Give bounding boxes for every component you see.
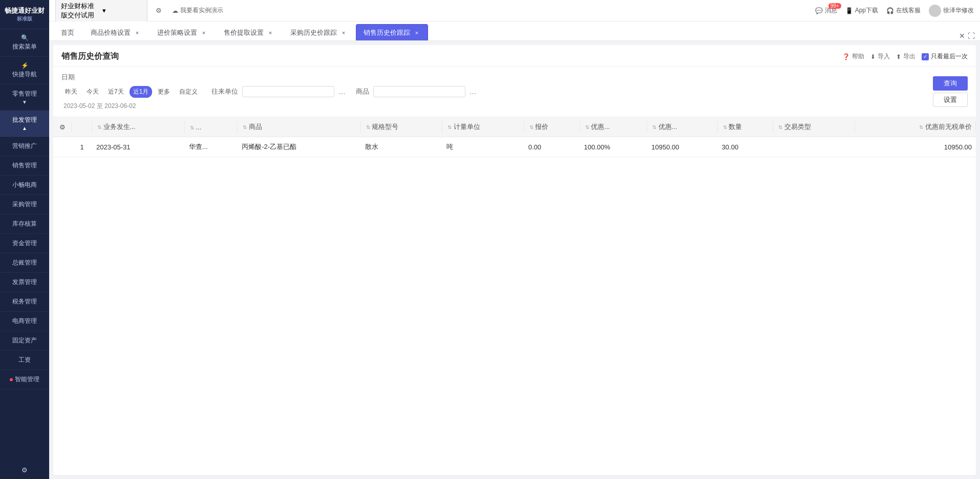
query-btn[interactable]: 查询 <box>933 76 968 91</box>
cell-num: 1 <box>72 137 92 157</box>
sidebar-item-sales[interactable]: 销售管理 <box>0 156 49 176</box>
sidebar-item-ledger[interactable]: 总账管理 <box>0 253 49 273</box>
main-content: 好业财标准版交付试用 ▾ ⚙ ☁ 我要看实例演示 💬 消息 99+ 📱 App下… <box>49 0 980 479</box>
sidebar-item-tax[interactable]: 税务管理 <box>0 292 49 312</box>
sidebar-item-inventory[interactable]: 库存核算 <box>0 214 49 234</box>
tab-home[interactable]: 首页 <box>53 24 82 40</box>
close-window-btn[interactable]: ✕ <box>957 31 967 40</box>
date-btn-more[interactable]: 更多 <box>154 86 174 98</box>
view-only-check[interactable]: ✓ 只看最后一次 <box>922 52 968 61</box>
from-unit-filter: 往来单位 ... <box>211 86 345 97</box>
gear-col-icon: ⚙ <box>59 123 66 131</box>
col-gear[interactable]: ⚙ <box>53 117 72 137</box>
chevron-right-icon: ▼ <box>22 99 27 105</box>
date-btn-yesterday[interactable]: 昨天 <box>61 86 81 98</box>
maximize-window-btn[interactable]: ⛶ <box>967 31 976 40</box>
table-header-row: ⚙ ⇅ 业务发生... ⇅ ... ⇅ 商品 <box>53 117 976 137</box>
date-range-display: 2023-05-02 至 2023-06-02 <box>61 102 136 111</box>
sort-discount1-icon: ⇅ <box>585 124 589 130</box>
app-logo: 畅捷通好业财 标准版 <box>0 0 49 29</box>
col-price[interactable]: ⇅ 报价 <box>524 117 580 137</box>
sidebar-item-purchase[interactable]: 采购管理 <box>0 195 49 214</box>
cell-txtype <box>773 137 855 157</box>
tab-close-purchase-strategy[interactable]: × <box>200 29 207 36</box>
message-btn[interactable]: 💬 消息 99+ <box>815 6 837 15</box>
sidebar-item-wholesale[interactable]: 批发管理 ▲ <box>0 111 49 137</box>
filter-actions: 查询 设置 <box>933 76 968 107</box>
avatar <box>929 5 941 17</box>
date-btn-1month[interactable]: 近1月 <box>130 86 153 98</box>
product-input[interactable] <box>373 86 465 97</box>
module-selector[interactable]: 好业财标准版交付试用 ▾ <box>55 0 147 23</box>
search-icon: 🔍 <box>21 34 29 41</box>
cell-date: 2023-05-31 <box>92 137 185 157</box>
date-filter-group: 日期 昨天 今天 近7天 近1月 更多 自定义 2023-05-02 至 202… <box>61 73 201 111</box>
col-unit[interactable]: ⇅ 计量单位 <box>442 117 524 137</box>
demo-btn[interactable]: ☁ 我要看实例演示 <box>172 6 223 15</box>
col-discount2[interactable]: ⇅ 优惠... <box>647 117 717 137</box>
tab-close-purchase-history[interactable]: × <box>340 29 347 36</box>
sidebar-item-ecommerce[interactable]: 电商管理 <box>0 312 49 331</box>
topbar-gear-btn[interactable]: ⚙ <box>152 4 166 18</box>
tab-close-product-price[interactable]: × <box>134 29 141 36</box>
tab-product-price[interactable]: 商品价格设置 × <box>83 24 148 40</box>
settings-btn[interactable]: 设置 <box>933 93 968 107</box>
sidebar-settings-btn[interactable]: ⚙ <box>0 461 49 479</box>
import-icon: ⬇ <box>870 53 876 60</box>
tab-purchase-history[interactable]: 采购历史价跟踪 × <box>283 24 355 40</box>
sidebar-item-quicknav[interactable]: ⚡ 快捷导航 <box>0 57 49 84</box>
chevron-up-icon: ▲ <box>22 125 27 131</box>
col-extra[interactable]: ⇅ ... <box>185 117 238 137</box>
date-shortcuts: 昨天 今天 近7天 近1月 更多 自定义 <box>61 86 201 98</box>
col-qty[interactable]: ⇅ 数量 <box>718 117 774 137</box>
export-btn[interactable]: ⬆ 导出 <box>896 52 915 61</box>
online-service-btn[interactable]: 🎧 在线客服 <box>886 6 921 15</box>
window-controls: ✕ ⛶ <box>957 31 976 40</box>
tab-sales-history[interactable]: 销售历史价跟踪 × <box>356 24 428 40</box>
sidebar-item-invoice[interactable]: 发票管理 <box>0 273 49 292</box>
sidebar-item-ecommerce-small[interactable]: 小畅电商 <box>0 176 49 195</box>
sidebar-item-smart[interactable]: 智能管理 <box>0 370 49 389</box>
import-btn[interactable]: ⬇ 导入 <box>870 52 890 61</box>
sidebar-item-retail[interactable]: 零售管理 ▼ <box>0 84 49 111</box>
sidebar-item-marketing[interactable]: 营销推广 <box>0 137 49 156</box>
data-table: ⚙ ⇅ 业务发生... ⇅ ... ⇅ 商品 <box>53 117 976 157</box>
sidebar-item-payroll[interactable]: 工资 <box>0 351 49 370</box>
col-product[interactable]: ⇅ 商品 <box>238 117 360 137</box>
product-dots-btn[interactable]: ... <box>470 87 476 96</box>
from-unit-dots-btn[interactable]: ... <box>338 87 345 96</box>
col-txtype[interactable]: ⇅ 交易类型 <box>773 117 855 137</box>
quicknav-icon: ⚡ <box>21 62 29 69</box>
col-notax-price[interactable]: ⇅ 优惠前无税单价 <box>855 117 976 137</box>
date-btn-today[interactable]: 今天 <box>83 86 102 98</box>
date-btn-custom[interactable]: 自定义 <box>176 86 201 98</box>
from-unit-input[interactable] <box>242 86 334 97</box>
page-title: 销售历史价查询 <box>61 51 842 62</box>
col-discount1[interactable]: ⇅ 优惠... <box>580 117 648 137</box>
user-menu-btn[interactable]: 徐泽华修改 <box>929 5 974 17</box>
sidebar-item-assets[interactable]: 固定资产 <box>0 331 49 351</box>
col-date[interactable]: ⇅ 业务发生... <box>92 117 185 137</box>
topbar: 好业财标准版交付试用 ▾ ⚙ ☁ 我要看实例演示 💬 消息 99+ 📱 App下… <box>49 0 980 21</box>
date-btn-7days[interactable]: 近7天 <box>104 86 127 98</box>
page-content: 销售历史价查询 ❓ 帮助 ⬇ 导入 ⬆ 导出 ✓ 只看最后一次 <box>53 45 976 475</box>
tab-purchase-strategy[interactable]: 进价策略设置 × <box>150 24 215 40</box>
col-spec[interactable]: ⇅ 规格型号 <box>361 117 443 137</box>
table-container: ⚙ ⇅ 业务发生... ⇅ ... ⇅ 商品 <box>53 117 976 475</box>
tab-close-sales-history[interactable]: × <box>413 29 420 36</box>
sort-discount2-icon: ⇅ <box>652 124 656 130</box>
sort-spec-icon: ⇅ <box>366 124 370 130</box>
cloud-icon: ☁ <box>172 7 178 14</box>
cell-unit: 吨 <box>442 137 524 157</box>
filter-area: 日期 昨天 今天 近7天 近1月 更多 自定义 2023-05-02 至 202… <box>53 67 976 117</box>
app-download-btn[interactable]: 📱 App下载 <box>845 6 878 15</box>
sidebar-item-finance[interactable]: 资金管理 <box>0 234 49 253</box>
tabbar: 首页 商品价格设置 × 进价策略设置 × 售价提取设置 × 采购历史价跟踪 × … <box>49 21 980 41</box>
table-row[interactable]: 1 2023-05-31 华查... 丙烯酸-2-乙基已酯 散水 吨 0.00 … <box>53 137 976 157</box>
cell-notax-price: 10950.00 <box>855 137 976 157</box>
sidebar-item-search[interactable]: 🔍 搜索菜单 <box>0 29 49 57</box>
help-btn[interactable]: ❓ 帮助 <box>842 52 864 61</box>
tab-price-extract[interactable]: 售价提取设置 × <box>216 24 282 40</box>
tab-close-price-extract[interactable]: × <box>267 29 274 36</box>
export-icon: ⬆ <box>896 53 901 60</box>
